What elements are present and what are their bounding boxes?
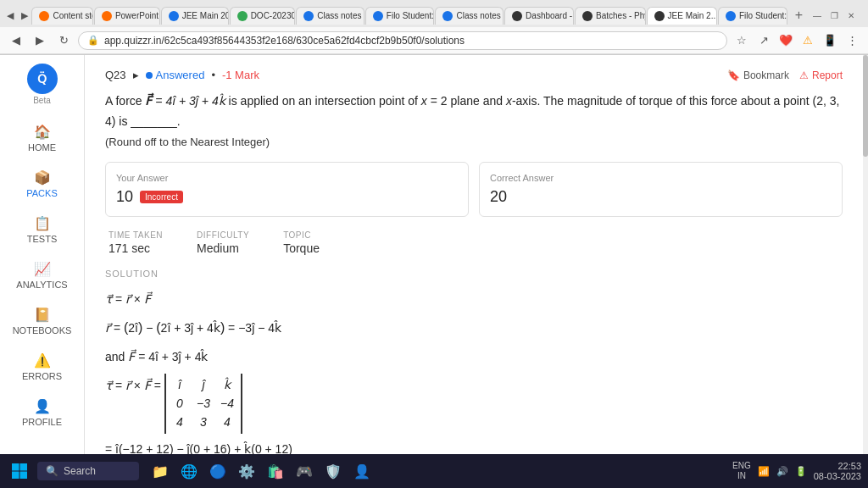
close-button[interactable]: ✕ — [844, 8, 858, 22]
sidebar-item-profile[interactable]: 👤 PROFILE — [4, 391, 81, 434]
profile-menu-icon: 👤 — [34, 398, 51, 414]
home-icon: 🏠 — [34, 124, 51, 140]
svg-rect-3 — [20, 472, 28, 480]
report-button[interactable]: ⚠ Report — [799, 69, 843, 81]
back-button[interactable]: ◀ — [7, 31, 25, 50]
tab-favicon — [373, 11, 383, 21]
tab-label: Batches - Phys... — [596, 11, 646, 20]
taskbar-app4[interactable]: 👤 — [349, 458, 375, 484]
matrix-f3: 4 — [220, 413, 234, 431]
solution-text-2: r⃗ = (2î) − (2î + 3ĵ + 4k̂) = −3ĵ − 4k̂ — [105, 314, 281, 341]
reload-button[interactable]: ↻ — [54, 31, 73, 50]
taskbar-app3[interactable]: 🛡️ — [320, 458, 346, 484]
taskbar-app2[interactable]: 🎮 — [292, 458, 317, 484]
tab-dashboard[interactable]: Dashboard - C... — [504, 7, 574, 25]
taskbar-search-box[interactable]: 🔍 Search — [37, 462, 139, 480]
tab-label: Content store — [53, 11, 92, 20]
tab-label: DOC-202301... — [251, 11, 296, 20]
your-answer-label: Your Answer — [116, 173, 458, 183]
errors-icon: ⚠️ — [34, 352, 51, 369]
tab-favicon — [237, 11, 248, 21]
taskbar-explorer[interactable]: 📁 — [147, 458, 173, 484]
new-tab-button[interactable]: + — [788, 4, 810, 26]
minimize-button[interactable]: — — [810, 8, 824, 22]
tab-label: Filo Student: V... — [387, 11, 435, 20]
restore-button[interactable]: ❐ — [827, 8, 841, 22]
tab-label: PowerPoint P... — [115, 11, 160, 20]
start-button[interactable] — [7, 458, 32, 484]
tab-doc[interactable]: DOC-202301... — [230, 7, 296, 25]
date-display: 08-03-2023 — [814, 471, 861, 481]
bookmark-button[interactable]: 🔖 Bookmark — [727, 69, 789, 81]
solution-content: τ⃗ = r⃗ × F⃗ r⃗ = (2î) − (2î + 3ĵ + 4k̂)… — [105, 287, 843, 454]
sidebar-item-packs[interactable]: 📦 PACKS — [4, 163, 81, 205]
svg-rect-2 — [12, 472, 19, 480]
forward-button[interactable]: ▶ — [31, 31, 49, 50]
tab-class-notes2[interactable]: Class notes | f... — [435, 7, 504, 25]
solution-line-3: and F⃗ = 4î + 3ĵ + 4k̂ — [105, 345, 843, 369]
correct-answer-box: Correct Answer 20 — [479, 162, 843, 217]
tab-powerpoint[interactable]: PowerPoint P... — [94, 7, 160, 25]
question-note: (Round off to the Nearest Integer) — [105, 136, 843, 148]
topic-value: Torque — [283, 241, 320, 255]
tab-favicon — [512, 11, 522, 21]
topic-label: TOPIC — [283, 230, 320, 240]
scrollbar-thumb — [863, 55, 868, 157]
your-answer-number: 10 — [116, 188, 133, 206]
tests-icon: 📋 — [34, 215, 51, 231]
tab-batches[interactable]: Batches - Phys... — [575, 7, 646, 25]
incorrect-badge: Incorrect — [140, 191, 183, 203]
taskbar-chrome[interactable]: 🌐 — [176, 458, 202, 484]
sidebar-item-home[interactable]: 🏠 HOME — [4, 117, 81, 159]
answer-boxes: Your Answer 10 Incorrect Correct Answer … — [105, 162, 843, 217]
sidebar-item-errors[interactable]: ⚠️ ERRORS — [4, 346, 81, 388]
question-number: Q23 — [105, 69, 126, 81]
tab-filo1[interactable]: Filo Student: V... — [365, 7, 435, 25]
time-label: TIME TAKEN — [108, 230, 163, 240]
tab-back-btn[interactable]: ◀ — [3, 6, 17, 25]
matrix-i: î — [173, 375, 186, 394]
tab-label: Class notes | f... — [317, 11, 364, 20]
tab-favicon — [442, 11, 453, 21]
content-area: Q23 ▸ Answered • -1 Mark 🔖 Bookmark ⚠ Re… — [85, 55, 863, 454]
your-answer-value: 10 Incorrect — [116, 188, 458, 206]
matrix-r2: −3 — [197, 394, 210, 413]
taskbar-edge[interactable]: 🔵 — [205, 458, 231, 484]
taskbar-apps: 📁 🌐 🔵 ⚙️ 🛍️ 🎮 🛡️ 👤 — [147, 458, 375, 484]
dot-separator: • — [211, 69, 215, 81]
tab-jee1[interactable]: JEE Main 201... — [161, 7, 229, 25]
alert-icon[interactable]: ⚠ — [798, 31, 817, 50]
packs-icon: 📦 — [34, 169, 51, 186]
stats-row: TIME TAKEN 171 sec DIFFICULTY Medium TOP… — [105, 230, 843, 255]
sidebar-item-analytics[interactable]: 📈 ANALYTICS — [4, 254, 81, 297]
correct-answer-number: 20 — [490, 188, 507, 206]
menu-icon[interactable]: ⋮ — [843, 31, 861, 50]
scrollbar[interactable] — [863, 55, 868, 454]
search-icon: 🔍 — [46, 465, 58, 477]
tab-label: JEE Main 2... — [668, 11, 717, 20]
tab-filo2[interactable]: Filo Student: V... — [718, 7, 787, 25]
url-bar[interactable]: 🔒 app.quizzr.in/62c5ca493f85644353f2e168… — [78, 31, 727, 50]
tab-jee-main-active[interactable]: JEE Main 2... ✕ — [647, 7, 717, 25]
matrix-r3: −4 — [220, 394, 234, 413]
analytics-icon: 📈 — [34, 261, 51, 277]
taskbar-app1[interactable]: ⚙️ — [234, 458, 259, 484]
sidebar-item-notebooks[interactable]: 📔 NOTEBOOKS — [4, 300, 81, 342]
matrix-f2: 3 — [197, 413, 210, 431]
tab-content-store[interactable]: Content store — [31, 7, 92, 25]
stat-difficulty: DIFFICULTY Medium — [197, 230, 249, 255]
question-text: A force F⃗ = 4î + 3ĵ + 4k̂ is applied on… — [105, 92, 843, 132]
taskbar-right: ENGIN 📶 🔊 🔋 22:53 08-03-2023 — [732, 461, 861, 481]
tab-class-notes1[interactable]: Class notes | f... — [296, 7, 364, 25]
share-icon[interactable]: ↗ — [754, 31, 773, 50]
tab-forward-btn[interactable]: ▶ — [18, 6, 31, 25]
solution-line-2: r⃗ = (2î) − (2î + 3ĵ + 4k̂) = −3ĵ − 4k̂ — [105, 314, 843, 341]
solution-text-5: = î(−12 + 12) − ĵ(0 + 16) + k̂(0 + 12) — [105, 437, 292, 454]
taskbar-store[interactable]: 🛍️ — [263, 458, 288, 484]
mark-penalty: -1 Mark — [222, 69, 259, 81]
profile-icon[interactable]: ❤️ — [776, 31, 795, 50]
bookmark-label: Bookmark — [743, 69, 789, 81]
sidebar-item-tests[interactable]: 📋 TESTS — [4, 208, 81, 251]
cast-icon[interactable]: 📱 — [821, 31, 839, 50]
bookmark-star-icon[interactable]: ☆ — [732, 31, 751, 50]
